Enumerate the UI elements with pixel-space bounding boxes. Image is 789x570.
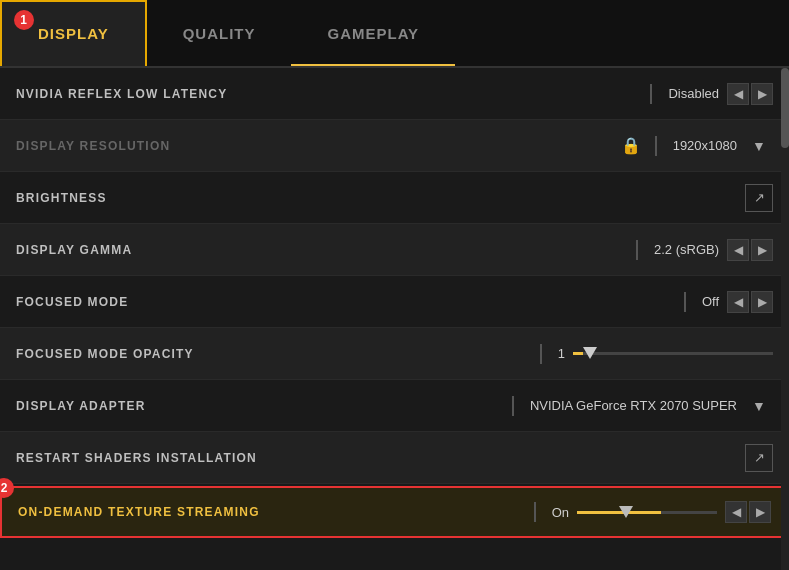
setting-label-display-adapter: DISPLAY ADAPTER <box>16 399 512 413</box>
tab-quality-label: Quality <box>183 25 256 42</box>
arrow-left-nvidia-reflex[interactable]: ◀ <box>727 83 749 105</box>
setting-control-focused-mode: Off ◀ ▶ <box>684 291 773 313</box>
setting-row-restart-shaders: RESTART SHADERS INSTALLATION ↗ <box>0 432 789 484</box>
tab-bar: 1 Display Quality Gameplay <box>0 0 789 68</box>
dropdown-display-adapter[interactable]: ▼ <box>745 392 773 420</box>
arrow-left-focused-mode[interactable]: ◀ <box>727 291 749 313</box>
setting-label-focused-mode-opacity: FOCUSED MODE OPACITY <box>16 347 540 361</box>
setting-label-brightness: BRIGHTNESS <box>16 191 745 205</box>
setting-label-nvidia-reflex: NVIDIA REFLEX LOW LATENCY <box>16 87 650 101</box>
tab-display-label: Display <box>38 25 109 42</box>
arrow-left-display-gamma[interactable]: ◀ <box>727 239 749 261</box>
setting-control-display-adapter: NVIDIA GeForce RTX 2070 SUPER ▼ <box>512 392 773 420</box>
lock-icon: 🔒 <box>621 136 641 155</box>
setting-control-display-gamma: 2.2 (sRGB) ◀ ▶ <box>636 239 773 261</box>
tab-display-badge: 1 <box>14 10 34 30</box>
arrow-right-focused-mode[interactable]: ▶ <box>751 291 773 313</box>
scrollbar[interactable] <box>781 68 789 570</box>
setting-value-display-adapter: NVIDIA GeForce RTX 2070 SUPER <box>530 398 737 413</box>
setting-row-focused-mode-opacity: FOCUSED MODE OPACITY 1 <box>0 328 789 380</box>
setting-control-focused-mode-opacity: 1 <box>540 344 773 364</box>
slider-on-demand-texture[interactable] <box>577 511 717 514</box>
setting-control-on-demand-texture: On ◀ ▶ <box>534 501 771 523</box>
arrow-right-on-demand-texture[interactable]: ▶ <box>749 501 771 523</box>
setting-value-focused-mode: Off <box>702 294 719 309</box>
tab-gameplay-label: Gameplay <box>327 25 419 42</box>
setting-row-brightness: BRIGHTNESS ↗ <box>0 172 789 224</box>
slider-focused-mode-opacity[interactable] <box>573 352 773 355</box>
scrollbar-thumb[interactable] <box>781 68 789 148</box>
tab-gameplay[interactable]: Gameplay <box>291 0 455 66</box>
arrow-left-on-demand-texture[interactable]: ◀ <box>725 501 747 523</box>
setting-control-display-resolution: 🔒 1920x1080 ▼ <box>621 132 773 160</box>
setting-value-focused-mode-opacity: 1 <box>558 346 565 361</box>
setting-row-nvidia-reflex: NVIDIA REFLEX LOW LATENCY Disabled ◀ ▶ <box>0 68 789 120</box>
setting-control-brightness: ↗ <box>745 184 773 212</box>
setting-control-nvidia-reflex: Disabled ◀ ▶ <box>650 83 773 105</box>
setting-label-focused-mode: FOCUSED MODE <box>16 295 684 309</box>
setting-label-restart-shaders: RESTART SHADERS INSTALLATION <box>16 451 745 465</box>
setting-row-on-demand-texture: 2 ON-DEMAND TEXTURE STREAMING On ◀ ▶ <box>0 486 789 538</box>
tab-display[interactable]: 1 Display <box>0 0 147 66</box>
setting-label-display-resolution: DISPLAY RESOLUTION <box>16 139 621 153</box>
setting-value-nvidia-reflex: Disabled <box>668 86 719 101</box>
setting-row-focused-mode: FOCUSED MODE Off ◀ ▶ <box>0 276 789 328</box>
arrow-right-display-gamma[interactable]: ▶ <box>751 239 773 261</box>
settings-list: NVIDIA REFLEX LOW LATENCY Disabled ◀ ▶ D… <box>0 68 789 538</box>
setting-value-on-demand-texture: On <box>552 505 569 520</box>
content-area: NVIDIA REFLEX LOW LATENCY Disabled ◀ ▶ D… <box>0 68 789 570</box>
dropdown-display-resolution[interactable]: ▼ <box>745 132 773 160</box>
setting-control-restart-shaders: ↗ <box>745 444 773 472</box>
setting-label-display-gamma: DISPLAY GAMMA <box>16 243 636 257</box>
tab-quality[interactable]: Quality <box>147 0 292 66</box>
setting-value-display-resolution: 1920x1080 <box>673 138 737 153</box>
setting-row-display-gamma: DISPLAY GAMMA 2.2 (sRGB) ◀ ▶ <box>0 224 789 276</box>
setting-row-display-adapter: DISPLAY ADAPTER NVIDIA GeForce RTX 2070 … <box>0 380 789 432</box>
setting-label-on-demand-texture: ON-DEMAND TEXTURE STREAMING <box>18 505 534 519</box>
setting-value-display-gamma: 2.2 (sRGB) <box>654 242 719 257</box>
external-icon-restart-shaders[interactable]: ↗ <box>745 444 773 472</box>
setting-row-display-resolution: DISPLAY RESOLUTION 🔒 1920x1080 ▼ <box>0 120 789 172</box>
arrow-right-nvidia-reflex[interactable]: ▶ <box>751 83 773 105</box>
badge-on-demand-texture: 2 <box>0 478 14 498</box>
external-icon-brightness[interactable]: ↗ <box>745 184 773 212</box>
